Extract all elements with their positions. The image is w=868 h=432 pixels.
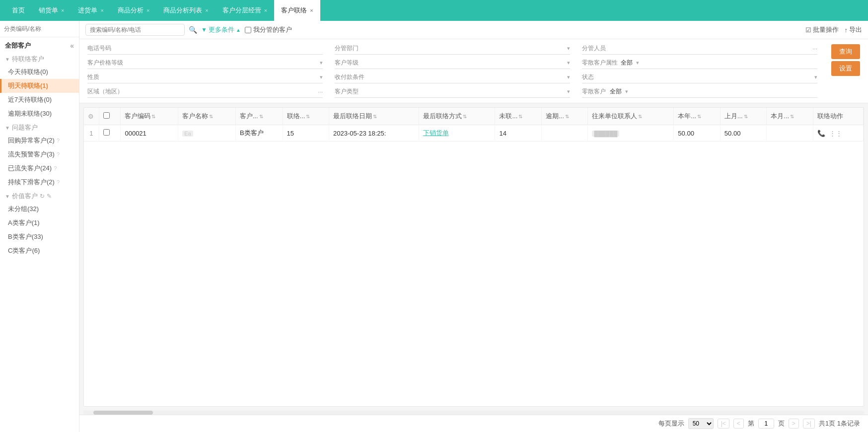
- filter-search-input[interactable]: [85, 24, 185, 36]
- filter-input-payment[interactable]: [367, 74, 566, 81]
- th-settings[interactable]: ⚙: [84, 108, 99, 125]
- scrollbar-thumb[interactable]: [93, 411, 153, 415]
- row-contact-count: 15: [283, 125, 329, 142]
- nav-product-analysis-list[interactable]: 商品分析列表 ×: [156, 0, 215, 21]
- customer-type-dropdown-icon[interactable]: ▾: [567, 88, 570, 95]
- nav-customer-layering[interactable]: 客户分层经营 ×: [216, 0, 274, 21]
- filter-row-4: 区域（地区） ··· 客户类型 ▾ 零散客户: [87, 87, 817, 98]
- per-page-select[interactable]: 50 100 200: [688, 418, 714, 429]
- first-page-button[interactable]: |<: [718, 419, 729, 429]
- filter-input-manager[interactable]: [610, 45, 811, 52]
- set-button[interactable]: 设置: [831, 61, 860, 76]
- sort-icon-nocontact[interactable]: ⇅: [518, 114, 522, 119]
- filter-search-button[interactable]: 🔍: [189, 26, 197, 34]
- filter-label-region: 区域（地区）: [87, 87, 123, 96]
- filter-input-customer-type[interactable]: [362, 88, 566, 95]
- last-page-button[interactable]: >|: [803, 419, 815, 429]
- sort-icon-code[interactable]: ⇅: [151, 114, 155, 119]
- payment-dropdown-icon[interactable]: ▾: [567, 74, 570, 80]
- dept-dropdown-icon[interactable]: ▾: [567, 45, 570, 52]
- my-customers-checkbox[interactable]: [245, 27, 251, 33]
- sidebar-item-overdue-contact[interactable]: 逾期未联络(30): [0, 107, 79, 121]
- sort-icon-name[interactable]: ⇅: [209, 114, 213, 119]
- sidebar-item-repurchase-abnormal[interactable]: 回购异常客户(2) ?: [0, 134, 79, 147]
- nav-product-analysis[interactable]: 商品分析 ×: [111, 0, 156, 21]
- export-button[interactable]: ↑ 导出: [845, 25, 863, 34]
- th-last-contact-date: 最后联络日期⇅: [329, 108, 419, 125]
- sort-icon-method[interactable]: ⇅: [463, 114, 467, 119]
- sort-icon-type[interactable]: ⇅: [259, 114, 263, 119]
- sidebar-item-declining[interactable]: 持续下滑客户(2) ?: [0, 175, 79, 189]
- sidebar-group-problem-customers[interactable]: ▼ 问题客户: [0, 121, 79, 134]
- filter-label-payment: 收付款条件: [335, 73, 364, 81]
- filter-input-status[interactable]: [610, 74, 813, 81]
- sidebar-group-value-customers[interactable]: ▼ 价值客户 ↻ ✎: [0, 189, 79, 202]
- sort-icon-person[interactable]: ⇅: [638, 114, 642, 119]
- sidebar-item-class-a[interactable]: A类客户(1): [0, 216, 79, 230]
- sort-icon-contact[interactable]: ⇅: [306, 114, 310, 119]
- action-icon-grid[interactable]: ⋮⋮: [829, 130, 842, 137]
- filter-input-price-level[interactable]: [126, 60, 318, 67]
- value-customers-edit-icon[interactable]: ✎: [47, 193, 52, 200]
- sidebar-item-ungrouped[interactable]: 未分组(32): [0, 202, 79, 216]
- sidebar-search-container: 🔍: [0, 21, 79, 37]
- th-checkbox: [99, 108, 121, 125]
- horizontal-scrollbar[interactable]: [83, 411, 864, 415]
- contact-method-link[interactable]: 下销货单: [423, 129, 449, 137]
- nav-close-customer-layering[interactable]: ×: [264, 7, 267, 13]
- sort-icon-date[interactable]: ⇅: [373, 114, 377, 119]
- filter-input-nature[interactable]: [115, 74, 318, 81]
- filter-input-customer-level[interactable]: [362, 60, 566, 67]
- top-navigation: 首页 销货单 × 进货单 × 商品分析 × 商品分析列表 × 客户分层经营 × …: [0, 0, 868, 21]
- sidebar-group-tri2: ▼: [5, 125, 10, 131]
- nav-customer-contact[interactable]: 客户联络 ×: [274, 0, 320, 21]
- sidebar-item-class-c[interactable]: C类客户(6): [0, 244, 79, 258]
- nav-sales-order[interactable]: 销货单 ×: [32, 0, 71, 21]
- sort-icon-lastmonth[interactable]: ⇅: [744, 114, 748, 119]
- sidebar-group-pending-contact[interactable]: ▼ 待联络客户: [0, 52, 79, 65]
- sidebar-item-tomorrow-contact[interactable]: 明天待联络(1): [0, 79, 79, 93]
- nav-home[interactable]: 首页: [5, 0, 32, 21]
- filter-label-retail-attr: 零散客户属性: [582, 59, 618, 67]
- prev-page-button[interactable]: <: [733, 419, 744, 429]
- region-more-icon[interactable]: ···: [318, 88, 323, 95]
- filter-input-dept[interactable]: [362, 45, 566, 52]
- filter-more-conditions-button[interactable]: ▼ 更多条件 ▲: [201, 25, 241, 34]
- nav-purchase-order[interactable]: 进货单 ×: [71, 0, 110, 21]
- nature-dropdown-icon[interactable]: ▾: [320, 74, 323, 80]
- page-number-input[interactable]: 1: [758, 419, 774, 429]
- sort-icon-overdue[interactable]: ⇅: [565, 114, 569, 119]
- sidebar-item-7days-contact[interactable]: 近7天待联络(0): [0, 93, 79, 107]
- filter-input-phone[interactable]: [115, 45, 323, 52]
- nav-close-customer-contact[interactable]: ×: [310, 7, 313, 13]
- batch-operation-button[interactable]: ☑ 批量操作: [805, 25, 839, 34]
- my-customers-checkbox-label[interactable]: 我分管的客户: [245, 25, 292, 34]
- sidebar-collapse-icon[interactable]: «: [70, 42, 74, 50]
- sidebar-item-class-b[interactable]: B类客户(33): [0, 230, 79, 244]
- row-checkbox[interactable]: [103, 129, 110, 136]
- retail-customer-dropdown-icon[interactable]: ▾: [625, 88, 628, 95]
- status-dropdown-icon[interactable]: ▾: [814, 74, 817, 80]
- select-all-checkbox[interactable]: [103, 112, 110, 119]
- th-contact-count: 联络...⇅: [283, 108, 329, 125]
- value-customers-refresh-icon[interactable]: ↻: [40, 193, 45, 200]
- sidebar-search-input[interactable]: [4, 25, 78, 32]
- filter-input-region[interactable]: [126, 88, 316, 95]
- customer-level-dropdown-icon[interactable]: ▾: [567, 60, 570, 66]
- manager-more-icon[interactable]: ···: [812, 45, 817, 52]
- retail-attr-dropdown-icon[interactable]: ▾: [636, 60, 639, 66]
- nav-close-purchase-order[interactable]: ×: [100, 7, 103, 13]
- sidebar-item-churned[interactable]: 已流失客户(24) ?: [0, 161, 79, 175]
- next-page-button[interactable]: >: [789, 419, 799, 429]
- sort-icon-thismonth[interactable]: ⇅: [790, 114, 794, 119]
- price-level-dropdown-icon[interactable]: ▾: [320, 60, 323, 66]
- sidebar-item-today-contact[interactable]: 今天待联络(0): [0, 65, 79, 79]
- sort-icon-year[interactable]: ⇅: [697, 114, 701, 119]
- query-button[interactable]: 查询: [831, 44, 860, 59]
- nav-close-sales-order[interactable]: ×: [61, 7, 64, 13]
- nav-close-product-analysis[interactable]: ×: [146, 7, 149, 13]
- nav-close-product-analysis-list[interactable]: ×: [205, 7, 208, 13]
- action-icon-phone[interactable]: 📞: [817, 130, 825, 137]
- sidebar-item-churn-warning[interactable]: 流失预警客户(3) ?: [0, 147, 79, 161]
- filter-right-actions: ☑ 批量操作 ↑ 导出: [805, 25, 863, 34]
